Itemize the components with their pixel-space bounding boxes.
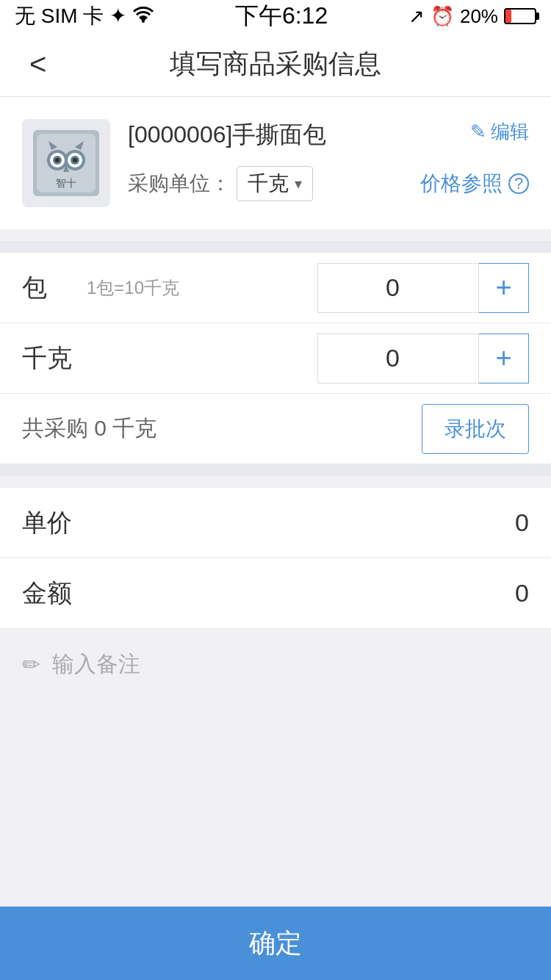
nav-bar: < 填写商品采购信息: [0, 32, 551, 97]
kg-row: 千克 +: [0, 323, 551, 394]
product-info: [0000006]手撕面包 采购单位： 千克 ▾ 价格参照 ?: [128, 119, 529, 201]
pencil-icon: ✏: [22, 652, 40, 677]
back-button[interactable]: <: [22, 40, 54, 88]
unit-price-value: 0: [515, 508, 529, 537]
edit-icon: ✎: [470, 120, 486, 143]
amount-label: 金额: [22, 577, 72, 610]
sim-label: 无 SIM 卡 ✦: [15, 2, 126, 30]
pack-label: 包: [22, 271, 81, 305]
section-divider-2: [0, 464, 551, 476]
amount-row: 金额 0: [0, 558, 551, 629]
unit-selector[interactable]: 采购单位： 千克 ▾: [128, 166, 313, 201]
svg-point-8: [73, 158, 77, 162]
product-name: [0000006]手撕面包: [128, 119, 529, 151]
edit-button[interactable]: ✎ 编辑: [470, 119, 529, 145]
alarm-icon: ⏰: [431, 5, 454, 28]
unit-price-row: 单价 0: [0, 488, 551, 558]
kg-control: +: [317, 334, 529, 383]
kg-input[interactable]: [317, 334, 479, 383]
chevron-down-icon: ▾: [295, 175, 302, 192]
product-card: 智十 [0000006]手撕面包 采购单位： 千克 ▾ 价格参照 ?: [0, 97, 551, 229]
battery-icon: [504, 8, 536, 24]
confirm-text: 确定: [249, 926, 302, 962]
input-section: 包 1包=10千克 + 千克 + 共采购 0 千克 录批次: [0, 253, 551, 464]
time-display: 下午6:12: [235, 0, 328, 32]
remark-placeholder: 输入备注: [52, 649, 140, 680]
empty-area: [0, 700, 551, 920]
product-logo: 智十: [33, 130, 99, 196]
record-batch-button[interactable]: 录批次: [422, 404, 529, 454]
total-row: 共采购 0 千克 录批次: [0, 394, 551, 464]
product-meta: 采购单位： 千克 ▾ 价格参照 ?: [128, 166, 529, 201]
kg-plus-button[interactable]: +: [479, 334, 529, 383]
kg-label: 千克: [22, 342, 81, 375]
unit-label: 采购单位：: [128, 170, 231, 198]
page-title: 填写商品采购信息: [170, 46, 381, 82]
price-ref-button[interactable]: 价格参照 ?: [420, 170, 529, 198]
svg-point-7: [55, 158, 60, 162]
pack-plus-button[interactable]: +: [479, 263, 529, 313]
battery-percent: 20%: [460, 5, 498, 28]
info-section: 单价 0 金额 0: [0, 488, 551, 629]
pack-control: +: [317, 263, 529, 313]
pack-row: 包 1包=10千克 +: [0, 253, 551, 323]
amount-value: 0: [515, 579, 529, 608]
unit-dropdown[interactable]: 千克 ▾: [237, 166, 313, 201]
pack-sublabel: 1包=10千克: [87, 276, 317, 300]
total-label: 共采购 0 千克: [22, 414, 156, 444]
confirm-bar[interactable]: 确定: [0, 907, 551, 980]
status-left: 无 SIM 卡 ✦: [15, 2, 154, 30]
unit-price-label: 单价: [22, 506, 72, 540]
status-bar: 无 SIM 卡 ✦ 下午6:12 ↗ ⏰ 20%: [0, 0, 551, 32]
pack-input[interactable]: [317, 263, 479, 313]
section-divider-1: [0, 241, 551, 253]
location-icon: ↗: [408, 5, 425, 28]
product-image: 智十: [22, 119, 110, 207]
help-icon: ?: [508, 173, 529, 194]
wifi-icon: [132, 4, 154, 28]
svg-text:智十: 智十: [56, 177, 76, 189]
status-right: ↗ ⏰ 20%: [408, 5, 536, 28]
remark-section[interactable]: ✏ 输入备注: [0, 629, 551, 700]
